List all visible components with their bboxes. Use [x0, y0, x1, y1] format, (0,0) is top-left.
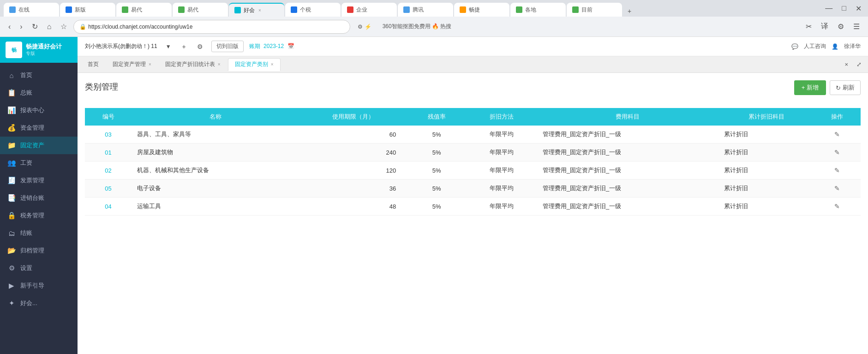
edit-btn-4[interactable]: ✎	[834, 203, 840, 210]
settings-gear-btn[interactable]: ⚙	[194, 41, 206, 52]
sales-icon: 📑	[7, 194, 16, 202]
tab-depreciation-report-close[interactable]: ×	[218, 62, 221, 67]
sidebar-item-reports[interactable]: 📊 报表中心	[0, 102, 78, 119]
cell-expense: 管理费用_固定资产折旧_一级	[537, 198, 719, 216]
sidebar-item-archive[interactable]: 📂 归档管理	[0, 242, 78, 259]
tab-home-label: 首页	[88, 60, 99, 68]
sidebar-label-payroll: 工资	[20, 159, 32, 167]
sidebar-item-payroll[interactable]: 👥 工资	[0, 154, 78, 172]
sidebar-logo: 畅 畅捷通好会计 专版	[0, 37, 78, 63]
cell-method: 年限平均	[466, 126, 537, 144]
new-tab-btn[interactable]: +	[625, 6, 634, 17]
user-avatar: 👤	[832, 43, 838, 50]
table-row: 03 器具、工具、家具等 60 5% 年限平均 管理费用_固定资产折旧_一级 累…	[85, 126, 861, 144]
tab-asset-category-close[interactable]: ×	[271, 62, 274, 67]
browser-tab-tengxun[interactable]: 腾讯	[398, 3, 453, 17]
browser-tab-yidai2[interactable]: 易代	[173, 3, 228, 17]
browser-tab-changjie[interactable]: 畅捷	[454, 3, 509, 17]
minimize-btn[interactable]: —	[822, 2, 835, 14]
browser-chrome: 在线 新版 易代 易代 好会 × 个税 企业 腾讯	[0, 0, 868, 17]
sidebar-item-settings[interactable]: ⚙ 设置	[0, 259, 78, 277]
data-table: 编号 名称 使用期限（月） 残值率 折旧方法 费用科目 累计折旧科目 操作 03…	[85, 108, 861, 216]
tab-depreciation-report[interactable]: 固定资产折旧统计表 ×	[159, 58, 227, 71]
logo-title: 畅捷通好会计	[26, 43, 62, 51]
browser-tab-haohui[interactable]: 好会 ×	[229, 3, 284, 17]
maximize-btn[interactable]: □	[839, 2, 849, 14]
browser-tab-zaixian[interactable]: 在线	[4, 3, 59, 17]
user-dropdown-btn[interactable]: ▼	[163, 42, 174, 52]
home-btn[interactable]: ⌂	[44, 21, 54, 33]
cell-accum: 累计折旧	[718, 144, 814, 162]
assets-icon: 📁	[7, 141, 16, 150]
translate-icon[interactable]: 译	[818, 20, 831, 33]
browser-tab-xinban[interactable]: 新版	[60, 3, 115, 17]
sidebar-item-finance[interactable]: 💰 资金管理	[0, 119, 78, 137]
sidebar-item-invoice[interactable]: 🧾 发票管理	[0, 172, 78, 189]
cell-method: 年限平均	[466, 198, 537, 216]
edit-btn-1[interactable]: ✎	[834, 149, 840, 156]
close-window-btn[interactable]: ✕	[853, 2, 864, 15]
browser-tab-qiye[interactable]: 企业	[341, 3, 397, 17]
period-label: 账期 2023-12 📅	[249, 42, 294, 50]
cell-accum: 累计折旧	[718, 198, 814, 216]
cell-months: 120	[300, 162, 407, 180]
guide-icon: ▶	[7, 282, 16, 290]
switch-version-btn[interactable]: 切到旧版	[211, 41, 244, 52]
cell-method: 年限平均	[466, 180, 537, 198]
edit-btn-0[interactable]: ✎	[834, 131, 840, 138]
finance-icon: 💰	[7, 124, 16, 132]
tab-window-expand-btn[interactable]: ⤢	[854, 59, 864, 70]
consult-label[interactable]: 人工咨询	[804, 42, 826, 50]
reload-btn[interactable]: ↻	[29, 20, 41, 33]
address-bar[interactable]: 🔒 https://cloud.chanjet.com/accounting/u…	[73, 20, 350, 34]
settings-icon[interactable]: ⚙	[835, 20, 847, 33]
sidebar-item-tax[interactable]: 🔒 税务管理	[0, 207, 78, 224]
tab-asset-management-close[interactable]: ×	[149, 62, 151, 67]
cell-method: 年限平均	[466, 162, 537, 180]
sidebar-item-guide[interactable]: ▶ 新手引导	[0, 277, 78, 294]
edit-btn-2[interactable]: ✎	[834, 167, 840, 174]
sidebar-item-ledger[interactable]: 📋 总账	[0, 84, 78, 102]
tab-home[interactable]: 首页	[81, 58, 105, 71]
tab-asset-management[interactable]: 固定资产管理 ×	[106, 58, 158, 71]
browser-tab-yidai1[interactable]: 易代	[116, 3, 172, 17]
col-months: 使用期限（月）	[300, 108, 407, 126]
sidebar-item-close-accounts[interactable]: 🗂 结账	[0, 224, 78, 242]
cell-expense: 管理费用_固定资产折旧_一级	[537, 126, 719, 144]
tab-window-close-btn[interactable]: ×	[842, 59, 851, 70]
browser-tab-muqian[interactable]: 目前	[567, 3, 622, 17]
sidebar-label-fixed-assets: 固定资产	[20, 141, 44, 150]
browser-tab-geshui[interactable]: 个税	[285, 3, 341, 17]
tab-asset-category[interactable]: 固定资产类别 ×	[228, 58, 281, 71]
sidebar-label-finance: 资金管理	[20, 124, 44, 132]
cell-months: 36	[300, 180, 407, 198]
forward-btn[interactable]: ›	[17, 21, 25, 33]
add-account-btn[interactable]: +	[180, 41, 189, 52]
edit-btn-3[interactable]: ✎	[834, 185, 840, 192]
cell-residual: 5%	[407, 144, 466, 162]
calendar-icon[interactable]: 📅	[287, 43, 294, 49]
bookmark-btn[interactable]: ☆	[58, 20, 70, 33]
browser-tab-close-haohui[interactable]: ×	[257, 7, 262, 14]
sidebar-item-home[interactable]: ⌂ 首页	[0, 66, 78, 84]
invoice-icon: 🧾	[7, 176, 16, 185]
browser-tab-gedi[interactable]: 各地	[510, 3, 566, 17]
sidebar-item-sales[interactable]: 📑 进销台账	[0, 189, 78, 207]
cell-expense: 管理费用_固定资产折旧_一级	[537, 180, 719, 198]
cell-code: 02	[85, 162, 132, 180]
content-tabs: 首页 固定资产管理 × 固定资产折旧统计表 × 固定资产类别 × × ⤢	[78, 56, 868, 73]
lock-icon: 🔒	[79, 24, 86, 30]
add-btn[interactable]: + 新增	[794, 80, 826, 95]
col-action: 操作	[814, 108, 861, 126]
col-accum: 累计折旧科目	[718, 108, 814, 126]
sidebar-item-haohui[interactable]: ✦ 好会...	[0, 294, 78, 312]
cell-residual: 5%	[407, 198, 466, 216]
close-accounts-icon: 🗂	[7, 229, 16, 237]
refresh-btn[interactable]: ↻ 刷新	[830, 80, 861, 95]
cell-accum: 累计折旧	[718, 180, 814, 198]
sidebar-toggle[interactable]: ☰	[850, 20, 862, 33]
back-btn[interactable]: ‹	[6, 21, 13, 33]
sidebar-item-fixed-assets[interactable]: 📁 固定资产	[0, 137, 78, 154]
table-row: 05 电子设备 36 5% 年限平均 管理费用_固定资产折旧_一级 累计折旧 ✎	[85, 180, 861, 198]
cut-icon[interactable]: ✂	[803, 20, 814, 33]
